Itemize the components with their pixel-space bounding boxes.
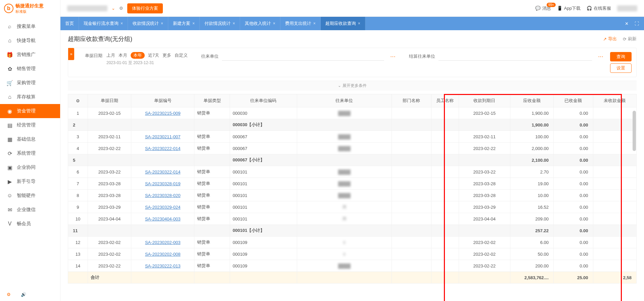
nav-item-10[interactable]: ▣企业协同 <box>0 160 60 174</box>
search-button[interactable]: 查询 <box>610 52 632 61</box>
date-preset-5[interactable]: 自定义 <box>175 52 188 58</box>
expand-conditions-button[interactable]: ⌄ 展开更多条件 <box>68 81 637 91</box>
nav-label: 新手引导 <box>17 179 36 185</box>
column-header-10[interactable]: 已收金额 <box>554 94 593 107</box>
table-row[interactable]: 6 2023-03-22 SA-20230322-014 销货单 000101 … <box>68 166 637 178</box>
experience-button[interactable]: 体验行业方案 <box>127 3 163 13</box>
table-row[interactable]: 9 2023-03-29 SA-20230329-024 销货单 000101 … <box>68 201 637 213</box>
date-preset-4[interactable]: 更多 <box>163 52 171 58</box>
tab-5[interactable]: 其他收入统计× <box>240 17 280 30</box>
user-avatar[interactable] <box>617 5 637 11</box>
table-row[interactable]: 14 2023-02-22 SA-20230222-013 销货单 000109… <box>68 260 637 272</box>
nav-item-0[interactable]: ⌕搜索菜单 <box>0 19 60 34</box>
close-icon[interactable]: × <box>358 21 360 26</box>
table-row[interactable]: 5 000067【小计】 2,100.000.00 <box>68 154 637 166</box>
unit-more-icon[interactable]: ⋯ <box>390 53 396 60</box>
close-icon[interactable]: × <box>121 21 123 26</box>
nav-item-11[interactable]: ▶新手引导 <box>0 174 60 189</box>
close-icon[interactable]: × <box>313 21 316 26</box>
tab-label: 收款情况统计 <box>133 20 159 27</box>
nav-item-12[interactable]: ☺智能硬件 <box>0 189 60 203</box>
nav-item-8[interactable]: ▦基础信息 <box>0 132 60 146</box>
date-preset-1[interactable]: 本月 <box>119 52 127 58</box>
close-icon[interactable]: × <box>192 21 195 26</box>
column-header-2[interactable]: 单据编号 <box>131 94 194 107</box>
table-row[interactable]: 8 2023-03-28 SA-20230328-020 销货单 000101 … <box>68 190 637 201</box>
nav-item-14[interactable]: V畅会员 <box>0 217 60 231</box>
fullscreen-icon[interactable]: ⛶ <box>633 19 641 28</box>
tab-0[interactable]: 首页 <box>60 17 79 30</box>
doc-link[interactable]: SA-20230202-003 <box>145 240 181 245</box>
date-preset-2[interactable]: 本年 <box>131 52 145 59</box>
date-preset-3[interactable]: 近7天 <box>148 52 159 58</box>
tab-1[interactable]: 现金银行流水查询× <box>79 17 128 30</box>
column-header-4[interactable]: 往来单位编码 <box>230 94 297 107</box>
close-icon[interactable]: × <box>273 21 275 26</box>
tab-2[interactable]: 收款情况统计× <box>128 17 168 30</box>
settle-more-icon[interactable]: ⋯ <box>598 53 603 60</box>
export-button[interactable]: ↗ 导出 <box>603 36 617 42</box>
column-header-9[interactable]: 应收金额 <box>510 94 553 107</box>
column-header-5[interactable]: 往来单位 <box>297 94 392 107</box>
nav-item-3[interactable]: ✿销售管理 <box>0 62 60 76</box>
settings-footer-icon[interactable]: ⚙ <box>7 292 11 297</box>
date-preset-0[interactable]: 上月 <box>106 52 115 58</box>
org-selector[interactable] <box>67 5 107 11</box>
refresh-button[interactable]: ⟳ 刷新 <box>623 36 637 42</box>
table-row[interactable]: 12 2023-02-02 SA-20230202-003 销货单 000109… <box>68 237 637 248</box>
table-row[interactable]: 1 2023-02-15 SA-20230215-009 销货单 000030 … <box>68 107 637 119</box>
table-row[interactable]: 3 2023-02-11 SA-20230211-007 销货单 000067 … <box>68 131 637 143</box>
column-header-8[interactable]: 收款到期日 <box>459 94 510 107</box>
table-row[interactable]: 2 000030【小计】 1,900.000.00 <box>68 119 637 131</box>
nav-item-6[interactable]: ◉资金管理 <box>0 104 60 118</box>
settle-filter-input[interactable] <box>439 52 592 61</box>
doc-link[interactable]: SA-20230215-009 <box>145 111 181 116</box>
collapse-filter-button[interactable]: » <box>68 48 74 60</box>
settings-button[interactable]: 设置 <box>610 63 632 73</box>
message-icon: 💬 <box>535 6 541 11</box>
doc-link[interactable]: SA-20230322-014 <box>145 169 181 174</box>
tab-7[interactable]: 超期应收款查询× <box>321 17 365 30</box>
close-icon[interactable]: × <box>161 21 163 26</box>
messages-link[interactable]: 💬 消息 99+ <box>535 5 551 11</box>
column-header-3[interactable]: 单据类型 <box>194 94 230 107</box>
doc-link[interactable]: SA-20230404-003 <box>145 216 181 221</box>
tab-6[interactable]: 费用支出统计× <box>280 17 321 30</box>
close-icon[interactable]: × <box>233 21 235 26</box>
doc-link[interactable]: SA-20230328-020 <box>145 193 181 198</box>
doc-link[interactable]: SA-20230222-013 <box>145 263 181 268</box>
tab-4[interactable]: 付款情况统计× <box>200 17 240 30</box>
column-header-7[interactable]: 员工名称 <box>431 94 459 107</box>
chevron-down-icon[interactable]: ⌄ <box>111 6 115 11</box>
doc-link[interactable]: SA-20230202-008 <box>145 252 181 257</box>
doc-link[interactable]: SA-20230211-007 <box>145 134 181 139</box>
table-row[interactable]: 11 000101【小计】 257.220.00 <box>68 225 637 237</box>
doc-link[interactable]: SA-20230328-019 <box>145 181 181 186</box>
table-row[interactable]: 4 2023-02-22 SA-20230222-014 销货单 000067 … <box>68 143 637 154</box>
nav-item-7[interactable]: ▤经营管理 <box>0 118 60 132</box>
online-service-link[interactable]: 🎧 在线客服 <box>587 5 611 11</box>
column-header-0[interactable]: ⚙ <box>68 94 88 107</box>
table-row[interactable]: 10 2023-04-04 SA-20230404-003 销货单 000101… <box>68 213 637 225</box>
sound-footer-icon[interactable]: 🔊 <box>21 292 26 297</box>
close-all-tabs-icon[interactable]: ✕ <box>623 19 631 28</box>
table-row[interactable]: 13 2023-02-02 SA-20230202-008 销货单 000109… <box>68 248 637 260</box>
nav-item-4[interactable]: 🛒采购管理 <box>0 76 60 90</box>
gear-icon[interactable]: ⚙ <box>119 6 123 11</box>
column-header-11[interactable]: 未收款金额 <box>593 94 636 107</box>
scrollbar[interactable] <box>633 111 636 151</box>
nav-item-2[interactable]: 🎁营销推广 <box>0 48 60 62</box>
nav-item-9[interactable]: ⟳系统管理 <box>0 146 60 160</box>
gear-icon[interactable]: ⚙ <box>76 98 80 103</box>
nav-item-13[interactable]: ✉企业微信 <box>0 203 60 217</box>
doc-link[interactable]: SA-20230329-024 <box>145 205 181 210</box>
table-row[interactable]: 7 2023-03-28 SA-20230328-019 销货单 000101 … <box>68 178 637 190</box>
column-header-6[interactable]: 部门名称 <box>392 94 431 107</box>
nav-item-1[interactable]: ⌂快捷导航 <box>0 34 60 48</box>
column-header-1[interactable]: 单据日期 <box>88 94 131 107</box>
doc-link[interactable]: SA-20230222-014 <box>145 146 181 151</box>
app-download-link[interactable]: 📱 App下载 <box>557 5 581 11</box>
nav-item-5[interactable]: ⌂库存核算 <box>0 90 60 104</box>
unit-filter-input[interactable] <box>222 52 384 61</box>
tab-3[interactable]: 新建方案× <box>168 17 200 30</box>
